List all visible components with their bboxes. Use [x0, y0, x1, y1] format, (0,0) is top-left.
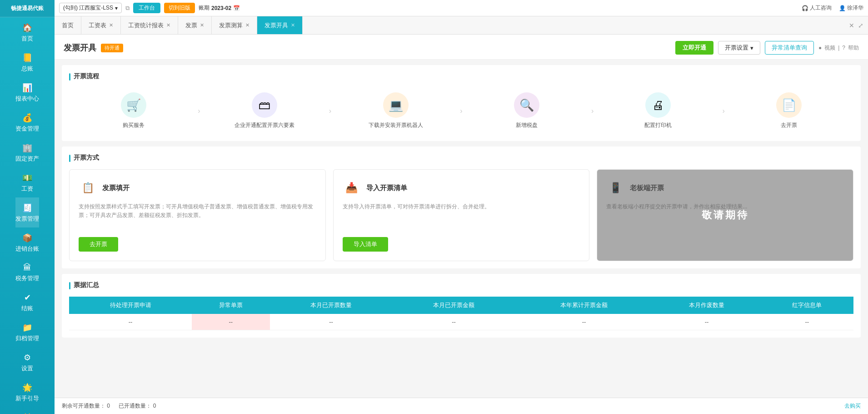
- flow-step-make-invoice[interactable]: 📄 去开票: [725, 92, 853, 129]
- method-card-overlay-boss: 敬请期待: [597, 170, 853, 261]
- headset-icon: 🎧: [802, 5, 808, 11]
- tab-salary-report[interactable]: 工资统计报表 ✕: [121, 16, 178, 34]
- tab-invoice-tool[interactable]: 发票开具 ✕: [257, 16, 303, 34]
- sidebar-item-archive[interactable]: 📁归档管理: [15, 317, 39, 347]
- close-tab-salary[interactable]: ✕: [109, 22, 113, 28]
- sidebar-item-purchase[interactable]: 📦进销台账: [15, 227, 39, 257]
- video-icon: ●: [818, 45, 822, 51]
- open-now-button[interactable]: 立即开通: [675, 41, 713, 55]
- footer-stats: 剩余可开通数量： 0 已开通数量： 0: [62, 402, 156, 410]
- flow-step-label-download: 下载并安装开票机器人: [369, 121, 423, 129]
- tab-home[interactable]: 首页: [55, 16, 81, 34]
- sidebar-item-salary[interactable]: 💵工资: [15, 167, 39, 197]
- invoice-mgmt-icon: 🧾: [22, 203, 32, 213]
- method-card-btn-import[interactable]: 导入清单: [343, 237, 388, 252]
- chevron-down-icon: ▾: [115, 5, 118, 11]
- tab-actions: ✕ ⤢: [844, 22, 868, 29]
- user-avatar[interactable]: 👤 徐泽华: [839, 4, 863, 12]
- table-row: --------------: [69, 314, 853, 330]
- flow-step-label-configure: 企业开通配置开票六要素: [234, 121, 294, 129]
- copy-icon[interactable]: ⧉: [125, 5, 130, 12]
- calendar-icon[interactable]: 📅: [233, 5, 240, 11]
- flow-step-add-tax[interactable]: 🔍 新增税盘: [463, 92, 591, 129]
- buy-link[interactable]: 去购买: [844, 403, 861, 409]
- abnormal-query-button[interactable]: 异常清单查询: [765, 41, 814, 55]
- close-tab-invoice[interactable]: ✕: [200, 22, 204, 28]
- ledger-icon: 📒: [22, 53, 32, 63]
- main-area: (勾到) 江西服宝-LSS ▾ ⧉ 工作台 切到旧版 账期 2023-02 📅 …: [55, 0, 868, 414]
- method-section: 开票方式 📋 发票填开 支持按照发票样式手工填写开发票；可开具增值税电子普通发票…: [62, 146, 861, 268]
- method-card-title-import: 导入开票清单: [366, 184, 407, 192]
- sidebar-item-invoice-mgmt[interactable]: 🧾发票管理: [15, 197, 39, 227]
- sidebar-item-checkout[interactable]: ✔结账: [15, 287, 39, 317]
- flow-step-icon-config-printer: 🖨: [645, 92, 671, 118]
- flow-step-download[interactable]: 💻 下载并安装开票机器人: [331, 92, 460, 129]
- summary-section: 票据汇总 待处理开票申请异常单票本月已开票数量本月已开票金额本年累计开票金额本月…: [62, 274, 861, 338]
- tax-icon: 🏛: [23, 263, 31, 273]
- tab-invoice-calc[interactable]: 发票测算 ✕: [212, 16, 257, 34]
- workspace-button[interactable]: 工作台: [133, 3, 160, 13]
- method-card-desc-import: 支持导入待开票清单，可对待开票清单进行拆分、合并处理。: [343, 202, 580, 230]
- summary-col-header: 异常单票: [192, 297, 270, 314]
- method-card-icon-manual: 📋: [79, 179, 97, 197]
- method-card-manual: 📋 发票填开 支持按照发票样式手工填写开发票；可开具增值税电子普通发票、增值税普…: [69, 169, 326, 261]
- method-cards: 📋 发票填开 支持按照发票样式手工填写开发票；可开具增值税电子普通发票、增值税普…: [69, 169, 853, 261]
- flow-section-title: 开票流程: [69, 72, 853, 81]
- flow-step-icon-make-invoice: 📄: [776, 92, 802, 118]
- method-card-desc-manual: 支持按照发票样式手工填写开发票；可开具增值税电子普通发票、增值税普通发票、增值税…: [79, 202, 316, 230]
- chevron-down-icon: ▾: [750, 45, 753, 51]
- method-card-btn-manual[interactable]: 去开票: [79, 237, 118, 252]
- tab-invoice[interactable]: 发票 ✕: [178, 16, 212, 34]
- table-cell: --: [69, 314, 192, 330]
- home-icon: 🏠: [22, 23, 32, 33]
- newbie-icon: 🌟: [22, 383, 32, 393]
- close-tab-invoice-calc[interactable]: ✕: [245, 22, 249, 28]
- table-cell: --: [270, 314, 393, 330]
- company-select[interactable]: (勾到) 江西服宝-LSS ▾: [59, 3, 122, 13]
- sidebar-item-ledger[interactable]: 📒总账: [15, 47, 39, 77]
- sidebar-item-newbie[interactable]: 🌟新手引导: [15, 377, 39, 407]
- sidebar-item-assets[interactable]: 🏢固定资产: [15, 137, 39, 167]
- open-settings-button[interactable]: 开票设置 ▾: [718, 41, 760, 55]
- close-tab-icon[interactable]: ✕: [849, 22, 854, 29]
- summary-table: 待处理开票申请异常单票本月已开票数量本月已开票金额本年累计开票金额本月作废数量红…: [69, 297, 853, 330]
- summary-col-header: 本月已开票金额: [393, 297, 515, 314]
- sidebar-item-tax[interactable]: 🏛税务管理: [15, 257, 39, 287]
- method-section-title: 开票方式: [69, 154, 853, 162]
- method-card-boss: 📱 老板端开票 查看老板端小程序提交的开票申请，并作出相应处理结果... 敬请期…: [597, 169, 853, 261]
- flow-step-buy-service[interactable]: 🛒 购买服务: [69, 92, 198, 129]
- footer-right: 去购买: [844, 402, 861, 410]
- sidebar-item-funds[interactable]: 💰资金管理: [15, 107, 39, 137]
- close-tab-salary-report[interactable]: ✕: [166, 22, 170, 28]
- expand-icon[interactable]: ⤢: [858, 22, 863, 29]
- table-cell: --: [393, 314, 515, 330]
- page-title: 发票开具: [64, 42, 96, 53]
- assets-icon: 🏢: [22, 143, 32, 153]
- settings-icon: ⚙: [24, 353, 31, 363]
- sidebar-item-settings[interactable]: ⚙设置: [15, 347, 39, 377]
- flow-step-icon-download: 💻: [383, 92, 409, 118]
- close-tab-invoice-tool[interactable]: ✕: [291, 22, 295, 28]
- sidebar: 畅捷通易代账 🏠首页📒总账📊报表中心💰资金管理🏢固定资产💵工资🧾发票管理📦进销台…: [0, 0, 55, 414]
- sidebar-item-home[interactable]: 🏠首页: [15, 17, 39, 47]
- tab-bar: 首页工资表 ✕工资统计报表 ✕发票 ✕发票测算 ✕发票开具 ✕ ✕ ⤢: [55, 16, 868, 35]
- table-cell: --: [653, 314, 760, 330]
- summary-col-header: 本月作废数量: [653, 297, 760, 314]
- flow-steps: 🛒 购买服务 › 🗃 企业开通配置开票六要素 › 💻 下载并安装开票机器人 › …: [69, 88, 853, 134]
- page-title-area: 发票开具 待开通: [64, 42, 123, 53]
- sidebar-item-member[interactable]: 👑畅会员: [15, 407, 39, 414]
- table-cell: --: [515, 314, 653, 330]
- summary-col-header: 待处理开票申请: [69, 297, 192, 314]
- flow-step-config-printer[interactable]: 🖨 配置打印机: [594, 92, 722, 129]
- sidebar-item-reports[interactable]: 📊报表中心: [15, 77, 39, 107]
- service-link[interactable]: 🎧 人工咨询: [802, 4, 832, 12]
- purchase-icon: 📦: [22, 233, 32, 243]
- method-card-header-manual: 📋 发票填开: [79, 179, 316, 197]
- top-bar-right: 🎧 人工咨询 👤 徐泽华: [802, 4, 863, 12]
- flow-step-configure[interactable]: 🗃 企业开通配置开票六要素: [200, 92, 329, 129]
- tab-salary[interactable]: 工资表 ✕: [81, 16, 121, 34]
- flow-step-label-make-invoice: 去开票: [781, 121, 797, 129]
- flow-step-icon-buy-service: 🛒: [121, 92, 146, 118]
- switch-version-button[interactable]: 切到旧版: [164, 3, 195, 13]
- user-icon: 👤: [839, 5, 846, 11]
